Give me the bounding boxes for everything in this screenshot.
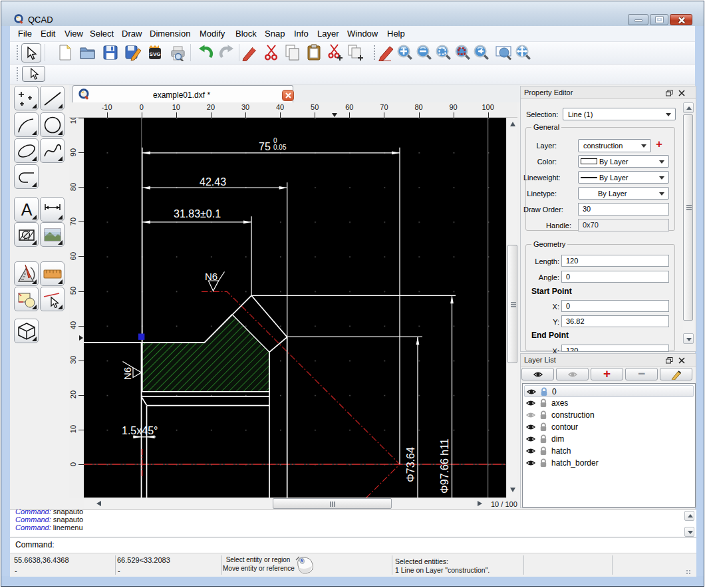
svg-text:N6: N6 (122, 367, 133, 380)
svg-text:Φ73.64: Φ73.64 (405, 447, 416, 482)
svg-text:31.83±0.1: 31.83±0.1 (174, 208, 221, 220)
svg-text:Φ97.66 h11: Φ97.66 h11 (439, 438, 450, 494)
svg-text:0.05: 0.05 (273, 144, 287, 151)
svg-text:42.43: 42.43 (200, 176, 226, 188)
svg-text:SVG: SVG (150, 51, 161, 57)
svg-text:1.5x45°: 1.5x45° (122, 425, 158, 436)
svg-text:A: A (21, 200, 33, 219)
svg-text:75: 75 (259, 141, 271, 152)
